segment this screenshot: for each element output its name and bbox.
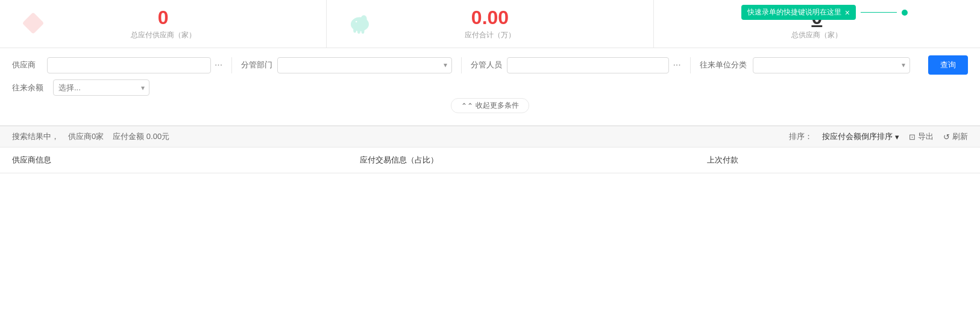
stat-total-payable-amount: 0.00 应付合计（万） bbox=[327, 0, 653, 48]
result-bar: 搜索结果中， 供应商0家 应付金额 0.00元 排序： 按应付会额倒序排序 ▾ … bbox=[0, 126, 980, 147]
stat-total-payable-suppliers: 0 总应付供应商（家） bbox=[0, 0, 327, 48]
sort-chevron-icon: ▾ bbox=[895, 132, 899, 141]
table-container: 供应商信息 应付交易信息（占比） 上次付款 bbox=[0, 147, 980, 310]
department-field: 分管部门 ▾ bbox=[232, 57, 461, 73]
department-select-wrapper: ▾ bbox=[277, 57, 451, 73]
col-payment-header: 上次付款 bbox=[707, 155, 968, 166]
piggy-icon bbox=[345, 8, 375, 40]
result-supplier-count: 供应商0家 bbox=[68, 131, 104, 142]
export-button[interactable]: ⊡ 导出 bbox=[909, 131, 934, 142]
export-icon: ⊡ bbox=[909, 132, 916, 141]
balance-input[interactable] bbox=[53, 79, 149, 96]
diamond-icon bbox=[18, 8, 48, 40]
result-search-label: 搜索结果中， bbox=[12, 131, 59, 142]
query-button[interactable]: 查询 bbox=[928, 55, 968, 75]
department-input[interactable] bbox=[277, 57, 451, 73]
tooltip-line bbox=[861, 12, 897, 13]
sort-option-label: 按应付会额倒序排序 bbox=[822, 131, 893, 142]
person-dots[interactable]: ··· bbox=[673, 60, 680, 70]
balance-label: 往来余额 bbox=[12, 82, 43, 93]
tooltip-text: 快速录单的快捷键说明在这里 bbox=[747, 7, 841, 17]
unit-class-field: 往来单位分类 ▾ bbox=[691, 57, 919, 73]
unit-class-input[interactable] bbox=[753, 57, 910, 73]
person-input[interactable] bbox=[507, 57, 670, 73]
collapse-up-icon: ⌃⌃ bbox=[461, 102, 473, 110]
stat-payable-amount-number: 0.00 bbox=[471, 7, 509, 28]
svg-point-7 bbox=[356, 20, 357, 22]
stats-bar: 0 总应付供应商（家） 0.00 应付合计（万） 快速录单的快捷键说明在这里 × bbox=[0, 0, 980, 48]
stat-suppliers-label: 总供应商（家） bbox=[791, 30, 842, 40]
svg-rect-0 bbox=[22, 12, 45, 34]
tooltip-container: 快速录单的快捷键说明在这里 × bbox=[741, 5, 908, 20]
tooltip-badge: 快速录单的快捷键说明在这里 × bbox=[741, 5, 856, 20]
balance-select-wrapper: ▾ bbox=[53, 79, 149, 96]
unit-class-label: 往来单位分类 bbox=[700, 60, 748, 70]
collapse-row: ⌃⌃ 收起更多条件 bbox=[12, 96, 968, 118]
sort-select[interactable]: 按应付会额倒序排序 ▾ bbox=[822, 131, 899, 142]
export-label: 导出 bbox=[918, 131, 934, 142]
collapse-button[interactable]: ⌃⌃ 收起更多条件 bbox=[451, 98, 529, 113]
tooltip-dot bbox=[902, 10, 908, 16]
person-field: 分管人员 ··· bbox=[462, 57, 691, 73]
result-info: 搜索结果中， 供应商0家 应付金额 0.00元 bbox=[12, 131, 169, 142]
result-actions: 排序： 按应付会额倒序排序 ▾ ⊡ 导出 ↺ 刷新 bbox=[789, 131, 968, 142]
svg-point-4 bbox=[353, 28, 356, 33]
col-supplier-header: 供应商信息 bbox=[12, 155, 360, 166]
svg-point-3 bbox=[361, 15, 367, 23]
result-amount: 应付金额 0.00元 bbox=[113, 131, 169, 142]
stat-payable-suppliers-number: 0 bbox=[158, 7, 169, 28]
svg-point-5 bbox=[357, 28, 360, 33]
person-label: 分管人员 bbox=[471, 60, 502, 70]
supplier-dots[interactable]: ··· bbox=[215, 60, 222, 70]
refresh-icon: ↺ bbox=[943, 132, 950, 141]
tooltip-close-icon[interactable]: × bbox=[845, 8, 850, 17]
table-header: 供应商信息 应付交易信息（占比） 上次付款 bbox=[0, 147, 980, 173]
table-body bbox=[0, 173, 980, 310]
department-label: 分管部门 bbox=[241, 60, 272, 70]
refresh-button[interactable]: ↺ 刷新 bbox=[943, 131, 968, 142]
sort-label: 排序： bbox=[789, 131, 812, 142]
stat-payable-suppliers-label: 总应付供应商（家） bbox=[131, 30, 196, 40]
search-row-1: 供应商 ··· 分管部门 ▾ 分管人员 ··· 往来单位分类 ▾ 查询 bbox=[12, 55, 968, 75]
supplier-field: 供应商 ··· bbox=[12, 57, 232, 73]
collapse-label: 收起更多条件 bbox=[476, 101, 519, 111]
supplier-label: 供应商 bbox=[12, 60, 42, 70]
unit-class-select-wrapper: ▾ bbox=[753, 57, 910, 73]
search-form: 供应商 ··· 分管部门 ▾ 分管人员 ··· 往来单位分类 ▾ 查询 bbox=[0, 48, 980, 126]
stat-total-suppliers: 快速录单的快捷键说明在这里 × 0 总供应商（家） bbox=[654, 0, 980, 48]
stat-payable-amount-label: 应付合计（万） bbox=[465, 30, 515, 40]
refresh-label: 刷新 bbox=[952, 131, 968, 142]
col-transaction-header: 应付交易信息（占比） bbox=[360, 155, 708, 166]
search-row-2: 往来余额 ▾ bbox=[12, 79, 968, 96]
supplier-input[interactable] bbox=[47, 57, 211, 73]
balance-field: 往来余额 ▾ bbox=[12, 79, 149, 96]
svg-point-6 bbox=[362, 28, 365, 33]
